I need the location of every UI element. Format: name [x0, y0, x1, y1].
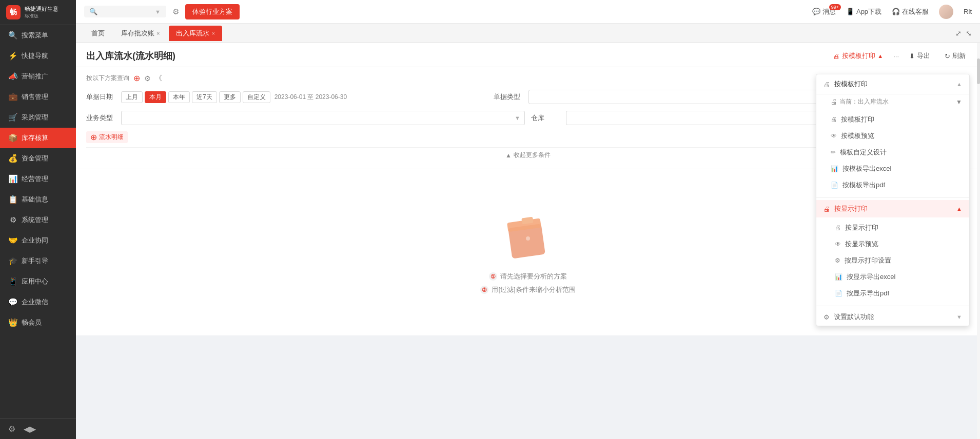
- topbar-gear-icon[interactable]: ⚙: [172, 7, 179, 16]
- sidebar-item-system[interactable]: ⚙ 系统管理: [0, 210, 76, 230]
- flow-detail-tag-label: 流水明细: [99, 133, 124, 142]
- pdf-icon: 📄: [831, 182, 838, 189]
- page-content: 出入库流水(流水明细) 🖨 按模板打印 ▲ ··· ⬇ 导出 ↻ 刷新: [76, 43, 980, 439]
- dropdown-display-preview-item[interactable]: 👁 按显示预览: [816, 236, 969, 252]
- online-service-button[interactable]: 🎧 在线客服: [892, 7, 929, 16]
- refresh-button[interactable]: ↻ 刷新: [940, 49, 970, 63]
- sidebar-item-wechat[interactable]: 💬 企业微信: [0, 292, 76, 312]
- mobile-icon: 📱: [8, 277, 17, 286]
- tab-batch-ledger[interactable]: 库存批次账 ×: [114, 26, 167, 41]
- last-7-btn[interactable]: 近7天: [192, 91, 217, 103]
- doc-type-label: 单据类型: [494, 92, 524, 102]
- dropdown-display-settings-label: 按显示打印设置: [845, 256, 891, 265]
- filter-settings-icon[interactable]: ⚙: [144, 74, 151, 83]
- svg-point-3: [526, 236, 530, 241]
- filter-collapse-icon[interactable]: 《: [155, 74, 162, 83]
- sidebar-item-search[interactable]: 🔍 搜索菜单: [0, 25, 76, 46]
- preview-icon: 👁: [831, 132, 837, 139]
- business-type-select[interactable]: ▼: [121, 111, 525, 125]
- dropdown-display-excel-item[interactable]: 📊 按显示导出excel: [816, 269, 969, 285]
- dropdown-display-preview-label: 按显示预览: [845, 240, 878, 249]
- template-print-button[interactable]: 🖨 按模板打印 ▲: [829, 49, 887, 63]
- export-button[interactable]: ⬇ 导出: [905, 49, 934, 63]
- sidebar-item-finance[interactable]: 💰 资金管理: [0, 148, 76, 169]
- actions-more-icon[interactable]: ···: [893, 52, 899, 60]
- empty-svg: [502, 210, 554, 262]
- print-small-icon: 🖨: [831, 116, 837, 123]
- sidebar-item-sales[interactable]: 💼 销售管理: [0, 87, 76, 107]
- print-icon2: 🖨: [835, 224, 841, 231]
- dropdown-display-excel-label: 按显示导出excel: [847, 272, 895, 282]
- dropdown-template-print-label: 按模板打印: [841, 115, 874, 124]
- box-icon: 📦: [8, 133, 17, 143]
- sidebar-item-label: 系统管理: [22, 215, 48, 225]
- dropdown-title: 按模板打印: [834, 79, 868, 89]
- this-year-btn[interactable]: 本年: [168, 91, 190, 103]
- tab-flow-close[interactable]: ×: [211, 30, 214, 36]
- last-month-btn[interactable]: 上月: [121, 91, 143, 103]
- tab-flow[interactable]: 出入库流水 ×: [169, 26, 222, 41]
- dropdown-template-pdf-item[interactable]: 📄 按模板导出pdf: [816, 177, 969, 193]
- megaphone-icon: 📣: [8, 72, 17, 81]
- sidebar-item-apps[interactable]: 📱 应用中心: [0, 271, 76, 292]
- sidebar-item-vip[interactable]: 👑 畅会员: [0, 312, 76, 333]
- app-download-label: App下载: [856, 7, 881, 16]
- search-input[interactable]: [101, 8, 152, 15]
- tab-expand-icon[interactable]: ⤢: [955, 29, 962, 37]
- sidebar-item-guide[interactable]: 🎓 新手引导: [0, 251, 76, 271]
- collapse-sidebar-icon[interactable]: ◀▶: [24, 424, 36, 434]
- date-label: 单据日期: [86, 92, 117, 102]
- sidebar-item-label: 资金管理: [22, 154, 48, 163]
- dropdown-display-pdf-item[interactable]: 📄 按显示导出pdf: [816, 285, 969, 302]
- dropdown-display-section-header[interactable]: 🖨 按显示打印 ▲: [816, 200, 969, 217]
- app-download-button[interactable]: 📱 App下载: [846, 7, 881, 16]
- user-avatar[interactable]: [939, 5, 953, 19]
- dropdown-template-print-item[interactable]: 🖨 按模板打印: [816, 111, 969, 128]
- dropdown-default-section[interactable]: ⚙ 设置默认功能 ▼: [816, 308, 969, 326]
- dropdown-display-print-item[interactable]: 🖨 按显示打印: [816, 220, 969, 236]
- sidebar-item-label: 企业微信: [22, 297, 48, 307]
- dropdown-display-pdf-label: 按显示导出pdf: [847, 289, 889, 298]
- settings-icon2: ⚙: [835, 257, 840, 264]
- sidebar-item-quick-nav[interactable]: ⚡ 快捷导航: [0, 46, 76, 66]
- sidebar-item-operations[interactable]: 📊 经营管理: [0, 169, 76, 189]
- dropdown-template-preview-label: 按模板预览: [841, 131, 874, 141]
- topbar-search[interactable]: 🔍 ▼: [84, 6, 166, 17]
- filter-item-business: 业务类型 ▼: [86, 111, 525, 125]
- trial-button[interactable]: 体验行业方案: [185, 4, 240, 19]
- custom-btn[interactable]: 自定义: [243, 91, 270, 103]
- settings-icon[interactable]: ⚙: [8, 424, 15, 434]
- default-chevron-icon: ▼: [956, 314, 962, 320]
- content-scrollbar[interactable]: [977, 43, 980, 439]
- dropdown-template-excel-item[interactable]: 📊 按模板导出excel: [816, 161, 969, 177]
- page-actions: 🖨 按模板打印 ▲ ··· ⬇ 导出 ↻ 刷新: [829, 49, 970, 63]
- preview-icon2: 👁: [835, 241, 841, 248]
- dropdown-template-custom-item[interactable]: ✏ 模板自定义设计: [816, 144, 969, 161]
- date-range: 2023-06-01 至 2023-06-30: [275, 93, 347, 102]
- sidebar-logo: 畅 畅捷通好生意 标准版: [0, 0, 76, 25]
- this-month-btn[interactable]: 本月: [145, 91, 166, 103]
- tab-collapse-icon[interactable]: ⤡: [966, 29, 972, 37]
- message-icon: 💬: [812, 8, 820, 15]
- sidebar-item-label: 营销推广: [22, 72, 48, 81]
- more-btn[interactable]: 更多: [219, 91, 241, 103]
- tab-home[interactable]: 首页: [84, 26, 112, 41]
- scrollbar-thumb[interactable]: [977, 58, 980, 84]
- sidebar-item-purchase[interactable]: 🛒 采购管理: [0, 107, 76, 128]
- sidebar-item-label: 采购管理: [22, 113, 48, 122]
- sidebar-item-collab[interactable]: 🤝 企业协同: [0, 230, 76, 251]
- dropdown-default-label: 设置默认功能: [834, 312, 874, 322]
- dropdown-header: 🖨 按模板打印 ▲: [816, 74, 969, 94]
- dropdown-divider-2: [816, 306, 969, 306]
- filter-add-icon[interactable]: ⊕: [133, 73, 140, 83]
- sidebar-item-basics[interactable]: 📋 基础信息: [0, 189, 76, 210]
- dropdown-display-settings-item[interactable]: ⚙ 按显示打印设置: [816, 252, 969, 269]
- dropdown-template-preview-item[interactable]: 👁 按模板预览: [816, 128, 969, 144]
- sidebar-item-marketing[interactable]: 📣 营销推广: [0, 66, 76, 87]
- message-button[interactable]: 💬 消息 99+: [812, 7, 836, 16]
- sidebar-item-inventory[interactable]: 📦 库存核算: [0, 128, 76, 148]
- tab-batch-ledger-close[interactable]: ×: [156, 30, 160, 36]
- sidebar-item-label: 应用中心: [22, 277, 48, 286]
- excel-icon: 📊: [831, 165, 838, 172]
- tab-batch-ledger-label: 库存批次账: [121, 29, 154, 38]
